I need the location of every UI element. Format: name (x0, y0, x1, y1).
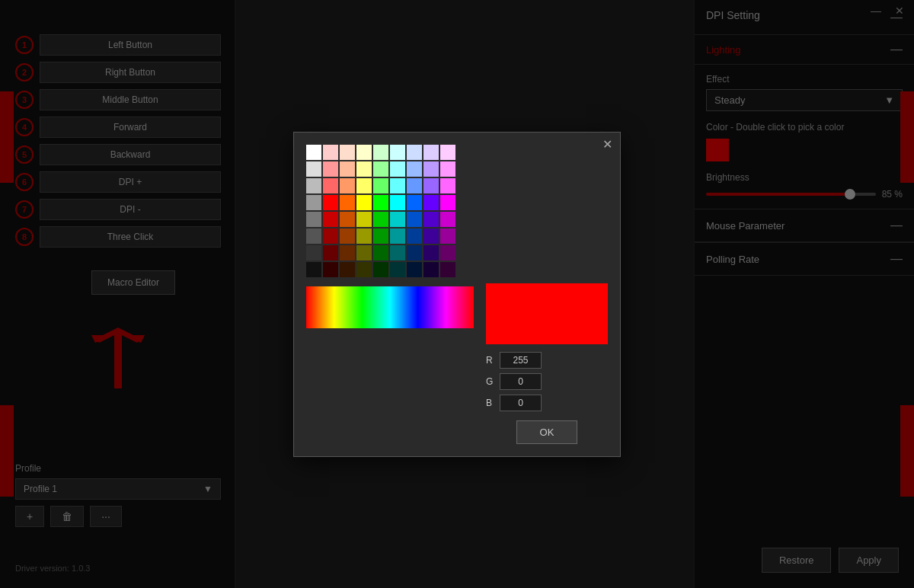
color-cell[interactable] (356, 195, 372, 210)
color-cell[interactable] (423, 161, 439, 177)
color-cell[interactable] (423, 245, 439, 260)
color-spectrum[interactable] (306, 286, 474, 328)
color-cell[interactable] (407, 262, 422, 277)
color-cell[interactable] (340, 145, 355, 160)
color-cell[interactable] (373, 195, 388, 210)
color-cell[interactable] (373, 161, 388, 177)
color-cell[interactable] (306, 161, 321, 177)
color-palette[interactable] (306, 145, 608, 277)
g-input[interactable] (500, 373, 542, 390)
color-cell[interactable] (440, 228, 455, 244)
color-cell[interactable] (373, 145, 388, 160)
color-cell[interactable] (340, 262, 355, 277)
color-cell[interactable] (323, 228, 338, 244)
color-cell[interactable] (440, 178, 455, 193)
r-input[interactable] (500, 352, 542, 369)
color-cell[interactable] (390, 161, 405, 177)
rgb-b-row: B (486, 395, 608, 411)
color-cell[interactable] (407, 212, 422, 227)
color-cell[interactable] (407, 195, 422, 210)
color-cell[interactable] (356, 262, 372, 277)
color-cell[interactable] (323, 212, 338, 227)
color-cell[interactable] (323, 262, 338, 277)
color-cell[interactable] (440, 195, 455, 210)
color-cell[interactable] (440, 161, 455, 177)
picker-right: R G B OK (486, 283, 608, 444)
color-cell[interactable] (423, 145, 439, 160)
color-cell[interactable] (356, 145, 372, 160)
color-cell[interactable] (373, 245, 388, 260)
color-cell[interactable] (356, 245, 372, 260)
color-cell[interactable] (390, 195, 405, 210)
color-cell[interactable] (323, 195, 338, 210)
ok-button[interactable]: OK (516, 420, 578, 444)
color-cell[interactable] (373, 212, 388, 227)
color-cell[interactable] (423, 212, 439, 227)
color-cell[interactable] (390, 145, 405, 160)
color-cell[interactable] (306, 245, 321, 260)
color-cell[interactable] (390, 245, 405, 260)
rgb-g-row: G (486, 373, 608, 390)
color-cell[interactable] (407, 161, 422, 177)
color-cell[interactable] (440, 262, 455, 277)
color-picker-modal: ✕ R G B OK (293, 132, 621, 457)
color-cell[interactable] (356, 178, 372, 193)
color-cell[interactable] (340, 161, 355, 177)
color-cell[interactable] (340, 212, 355, 227)
color-cell[interactable] (340, 228, 355, 244)
color-cell[interactable] (373, 228, 388, 244)
color-cell[interactable] (407, 228, 422, 244)
color-cell[interactable] (306, 228, 321, 244)
color-cell[interactable] (440, 145, 455, 160)
color-preview-large (486, 283, 608, 344)
color-cell[interactable] (423, 262, 439, 277)
color-cell[interactable] (306, 212, 321, 227)
color-cell[interactable] (356, 212, 372, 227)
picker-left (306, 283, 474, 444)
color-cell[interactable] (390, 262, 405, 277)
color-cell[interactable] (423, 178, 439, 193)
color-cell[interactable] (306, 262, 321, 277)
color-cell[interactable] (323, 145, 338, 160)
r-label: R (486, 355, 495, 366)
color-cell[interactable] (306, 178, 321, 193)
color-cell[interactable] (407, 245, 422, 260)
b-input[interactable] (500, 395, 542, 411)
color-cell[interactable] (340, 195, 355, 210)
rgb-r-row: R (486, 352, 608, 369)
g-label: G (486, 376, 495, 387)
color-cell[interactable] (390, 212, 405, 227)
color-cell[interactable] (323, 245, 338, 260)
color-cell[interactable] (407, 145, 422, 160)
color-cell[interactable] (306, 145, 321, 160)
color-cell[interactable] (373, 178, 388, 193)
color-cell[interactable] (373, 262, 388, 277)
color-cell[interactable] (356, 228, 372, 244)
color-cell[interactable] (440, 245, 455, 260)
color-cell[interactable] (340, 178, 355, 193)
color-cell[interactable] (323, 161, 338, 177)
color-cell[interactable] (356, 161, 372, 177)
color-cell[interactable] (407, 178, 422, 193)
color-cell[interactable] (423, 195, 439, 210)
color-cell[interactable] (340, 245, 355, 260)
color-cell[interactable] (440, 212, 455, 227)
color-cell[interactable] (323, 178, 338, 193)
b-label: B (486, 398, 495, 408)
color-cell[interactable] (390, 178, 405, 193)
modal-close-button[interactable]: ✕ (602, 137, 612, 152)
picker-bottom: R G B OK (306, 283, 608, 444)
color-cell[interactable] (423, 228, 439, 244)
color-cell[interactable] (390, 228, 405, 244)
modal-overlay: ✕ R G B OK (0, 0, 914, 588)
color-cell[interactable] (306, 195, 321, 210)
